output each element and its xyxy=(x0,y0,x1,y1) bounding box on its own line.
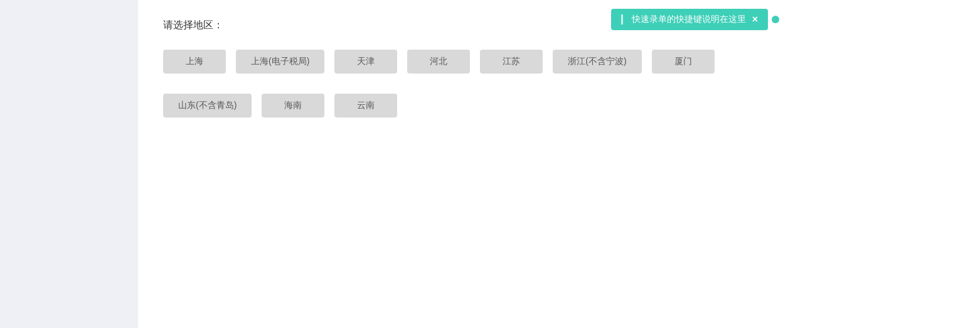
region-row-2: 山东(不含青岛)海南云南 xyxy=(163,94,397,118)
region-button[interactable]: 河北 xyxy=(407,50,470,74)
tooltip-close-button[interactable]: × xyxy=(752,14,758,25)
tooltip-box: 快速录单的快捷键说明在这里 × xyxy=(611,9,768,30)
region-button[interactable]: 厦门 xyxy=(652,50,715,74)
region-button[interactable]: 山东(不含青岛) xyxy=(163,94,252,118)
tooltip-container: 快速录单的快捷键说明在这里 × xyxy=(611,9,779,30)
sidebar xyxy=(0,0,138,328)
tooltip-dot xyxy=(772,16,779,23)
page-title: 请选择地区： xyxy=(163,19,955,32)
region-button[interactable]: 上海 xyxy=(163,50,226,74)
main-content: 请选择地区： 上海上海(电子税局)天津河北江苏浙江(不含宁波)厦门 山东(不含青… xyxy=(138,0,980,328)
region-button[interactable]: 云南 xyxy=(334,94,397,118)
region-button[interactable]: 天津 xyxy=(334,50,397,74)
tooltip-text: 快速录单的快捷键说明在这里 xyxy=(632,14,746,25)
region-button[interactable]: 上海(电子税局) xyxy=(236,50,324,74)
region-button[interactable]: 海南 xyxy=(262,94,324,118)
region-button[interactable]: 浙江(不含宁波) xyxy=(553,50,641,74)
region-button[interactable]: 江苏 xyxy=(480,50,543,74)
region-row-1: 上海上海(电子税局)天津河北江苏浙江(不含宁波)厦门 xyxy=(163,50,715,74)
region-grid: 上海上海(电子税局)天津河北江苏浙江(不含宁波)厦门 山东(不含青岛)海南云南 xyxy=(163,50,955,118)
